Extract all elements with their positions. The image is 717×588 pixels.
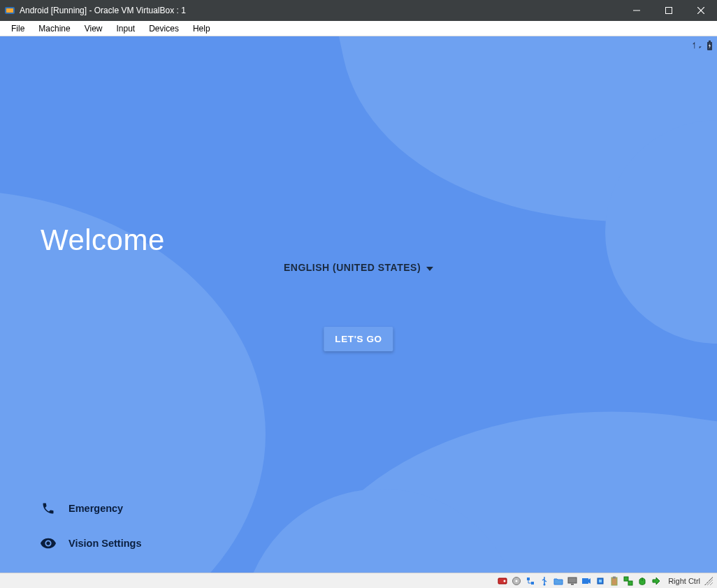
language-selector[interactable]: ENGLISH (UNITED STATES) [284, 262, 433, 273]
svg-rect-23 [628, 581, 632, 585]
mouse-integration-icon[interactable] [636, 575, 649, 587]
svg-rect-17 [582, 578, 588, 584]
window-controls [621, 0, 717, 21]
vision-settings-label: Vision Settings [68, 538, 141, 549]
cpu-icon[interactable] [594, 575, 607, 587]
emergency-link[interactable]: Emergency [41, 501, 141, 515]
menu-machine[interactable]: Machine [31, 22, 77, 35]
window-minimize-button[interactable] [621, 0, 653, 21]
svg-rect-7 [709, 41, 711, 42]
svg-rect-22 [624, 577, 628, 581]
network-bidir-icon [693, 41, 702, 53]
svg-rect-15 [568, 578, 577, 583]
svg-rect-21 [613, 576, 616, 578]
svg-rect-12 [527, 578, 530, 580]
svg-rect-13 [531, 582, 534, 585]
window-maximize-button[interactable] [653, 0, 685, 21]
svg-rect-16 [571, 584, 574, 585]
display-icon[interactable] [566, 575, 579, 587]
svg-rect-19 [599, 580, 602, 582]
window-titlebar: Android [Running] - Oracle VM VirtualBox… [0, 0, 717, 21]
shared-folder-icon[interactable] [552, 575, 565, 587]
phone-icon [41, 501, 56, 515]
battery-charging-icon [707, 41, 713, 53]
menu-devices[interactable]: Devices [142, 22, 186, 35]
dragdrop-icon[interactable] [622, 575, 635, 587]
guest-display[interactable]: Welcome ENGLISH (UNITED STATES) LET'S GO… [0, 36, 717, 573]
keyboard-capture-icon[interactable] [650, 575, 662, 587]
bottom-links: Emergency Vision Settings [41, 501, 141, 549]
svg-point-14 [544, 583, 546, 585]
eye-icon [41, 538, 56, 549]
network-icon[interactable] [524, 575, 537, 587]
usb-icon[interactable] [538, 575, 551, 587]
svg-point-11 [516, 580, 518, 582]
window-close-button[interactable] [685, 0, 717, 21]
svg-rect-20 [611, 578, 617, 585]
resize-grip[interactable] [704, 577, 713, 585]
svg-rect-1 [6, 8, 13, 13]
hostkey-indicator[interactable]: Right Ctrl [667, 577, 702, 585]
menu-input[interactable]: Input [110, 22, 143, 35]
emergency-label: Emergency [68, 503, 123, 514]
lets-go-button[interactable]: LET'S GO [324, 327, 393, 351]
menubar: File Machine View Input Devices Help [0, 21, 717, 36]
vision-settings-link[interactable]: Vision Settings [41, 538, 141, 549]
menu-help[interactable]: Help [186, 22, 217, 35]
svg-point-9 [504, 580, 506, 582]
android-status-bar [693, 41, 713, 53]
language-label: ENGLISH (UNITED STATES) [284, 262, 421, 273]
vbox-statusbar: Right Ctrl [0, 573, 717, 588]
hard-disk-icon[interactable] [496, 575, 509, 587]
dropdown-arrow-icon [426, 262, 433, 273]
clipboard-icon[interactable] [608, 575, 621, 587]
menu-file[interactable]: File [4, 22, 31, 35]
welcome-title: Welcome [41, 223, 165, 257]
recording-icon[interactable] [580, 575, 593, 587]
optical-disc-icon[interactable] [510, 575, 523, 587]
window-title: Android [Running] - Oracle VM VirtualBox… [20, 6, 186, 15]
svg-rect-3 [666, 8, 672, 14]
virtualbox-app-icon [4, 5, 15, 16]
menu-view[interactable]: View [78, 22, 110, 35]
